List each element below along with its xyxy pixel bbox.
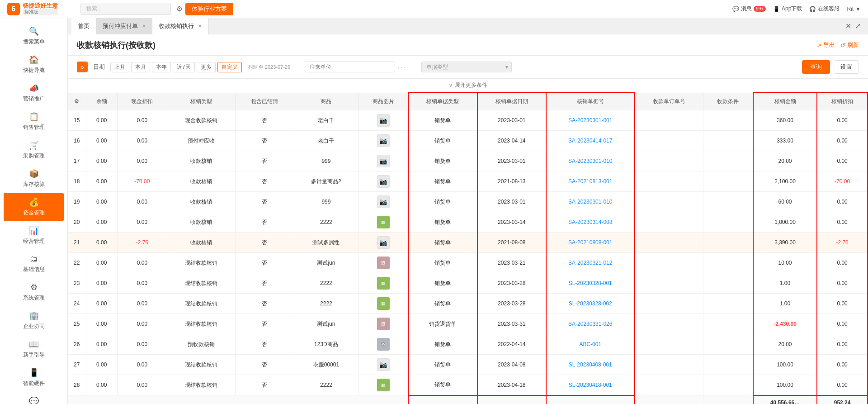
cell-doc-no[interactable]: SL-20230418-001 — [546, 375, 634, 395]
sidebar-label-operations: 经营管理 — [23, 238, 45, 245]
tab-receipt[interactable]: 收款核销执行 × — [152, 18, 208, 34]
export-button[interactable]: ↗ 导出 — [816, 41, 835, 49]
date-btn-custom[interactable]: 自定义 — [217, 62, 242, 72]
date-btn-last-month[interactable]: 上月 — [110, 62, 129, 72]
device-icon: 📱 — [29, 368, 39, 378]
counterpart-dots: ··· — [398, 64, 407, 71]
sidebar-item-wechat[interactable]: 💬 企业微信 — [0, 392, 67, 404]
cell-receipt-order-no — [634, 110, 703, 131]
col-header-gear[interactable]: ⚙ — [68, 93, 86, 110]
cell-balance: 0.00 — [86, 273, 117, 294]
tab-receipt-close[interactable]: × — [198, 23, 202, 29]
settings-icon[interactable]: ⚙ — [176, 5, 183, 13]
cell-verify-amount: 333.00 — [753, 131, 817, 151]
online-service-action[interactable]: 🎧 在线客服 — [809, 5, 840, 13]
cell-row-no: 27 — [68, 355, 86, 375]
sidebar-item-system[interactable]: ⚙ 系统管理 — [0, 278, 67, 306]
sidebar-label-smart-hw: 智能硬件 — [23, 380, 45, 387]
cell-doc-no[interactable]: SA-20230314-008 — [546, 212, 634, 233]
cell-doc-no[interactable]: SL-20230328-002 — [546, 294, 634, 314]
tab-close-window-button[interactable]: ✕ — [845, 22, 851, 30]
cell-doc-no[interactable]: ABC-001 — [546, 334, 634, 355]
filter-settings-button[interactable]: 设置 — [834, 60, 859, 74]
filter-expand-button[interactable]: » — [77, 62, 88, 72]
message-action[interactable]: 💬 消息 99+ — [732, 5, 766, 13]
date-btn-last-7-days[interactable]: 近7天 — [173, 62, 195, 72]
cell-verify-amount: 360.00 — [753, 110, 817, 131]
gear-settings-icon[interactable]: ⚙ — [74, 98, 79, 105]
cell-doc-no[interactable]: SA-20210813-001 — [546, 171, 634, 192]
cell-doc-no[interactable]: SA-20230331-026 — [546, 314, 634, 334]
refresh-button[interactable]: ↺ 刷新 — [840, 41, 859, 49]
user-name-action[interactable]: Rit ▼ — [847, 6, 861, 12]
voucher-type-select[interactable]: 单据类型 — [421, 62, 512, 72]
doc-no-link[interactable]: SA-20230314-008 — [568, 219, 612, 225]
sidebar-item-enterprise[interactable]: 🏢 企业协同 — [0, 306, 67, 335]
cell-doc-no[interactable]: SA-20230321-012 — [546, 253, 634, 273]
sidebar-item-inventory[interactable]: 📦 库存核算 — [0, 164, 67, 193]
cell-doc-no[interactable]: SA-20230301-001 — [546, 110, 634, 131]
sidebar-item-basic-info[interactable]: 🗂 基础信息 — [0, 250, 67, 278]
doc-no-link[interactable]: SA-20230331-026 — [568, 321, 612, 327]
cell-product-img: 📷 — [358, 131, 408, 151]
page-content: 收款核销执行(按收款) ↗ 导出 ↺ 刷新 » 日期 上月 — [68, 34, 868, 404]
doc-no-link[interactable]: SA-20230301-010 — [568, 158, 612, 164]
cell-verify-amount: 100.00 — [753, 355, 817, 375]
sidebar-item-purchase[interactable]: 🛒 采购管理 — [0, 136, 67, 164]
date-btn-this-month[interactable]: 本月 — [131, 62, 150, 72]
tab-prepay-close[interactable]: × — [142, 23, 146, 29]
tab-prepay[interactable]: 预付冲应付单 × — [96, 18, 152, 34]
cell-doc-no[interactable]: SL-20230328-001 — [546, 273, 634, 294]
cell-verify-amount: -2,430.00 — [753, 314, 817, 334]
industry-solution-button[interactable]: 体验行业方案 — [185, 3, 233, 15]
cell-balance: 0.00 — [86, 314, 117, 334]
sidebar-item-operations[interactable]: 📊 经营管理 — [0, 221, 67, 250]
doc-no-link[interactable]: SA-20230321-012 — [568, 260, 612, 266]
cell-doc-no[interactable]: SA-20210808-001 — [546, 233, 634, 253]
cell-doc-type: 销货单 — [408, 131, 477, 151]
sidebar-label-finance: 资金管理 — [23, 209, 45, 217]
cart-icon: 🛒 — [29, 140, 39, 150]
cell-verify-amount: 1.00 — [753, 294, 817, 314]
doc-no-link[interactable]: SL-20230408-001 — [569, 361, 612, 368]
expand-more-button[interactable]: ∨ 展开更多条件 — [448, 81, 487, 89]
doc-no-link[interactable]: SL-20230328-002 — [569, 300, 612, 307]
sidebar-item-marketing[interactable]: 📣 营销推广 — [0, 79, 67, 107]
cell-verify-amount: 3,390.00 — [753, 233, 817, 253]
sidebar-item-smart-hw[interactable]: 📱 智能硬件 — [0, 363, 67, 392]
sidebar-item-sales[interactable]: 📋 销售管理 — [0, 107, 67, 136]
doc-no-link[interactable]: SA-20230301-010 — [568, 199, 612, 205]
date-btn-more[interactable]: 更多 — [197, 62, 216, 72]
doc-no-link[interactable]: SL-20230418-001 — [569, 382, 612, 388]
doc-no-link[interactable]: SL-20230328-001 — [569, 280, 612, 286]
doc-no-link[interactable]: SA-20210808-001 — [568, 239, 612, 246]
cell-doc-no[interactable]: SA-20230301-010 — [546, 151, 634, 171]
cell-verify-type: 收款核销 — [167, 212, 235, 233]
cell-doc-no[interactable]: SL-20230408-001 — [546, 355, 634, 375]
cell-verify-amount: 2,100.00 — [753, 171, 817, 192]
table-row: 27 0.00 0.00 现结收款核销 否 衣服00001 📷 销货单 2023… — [68, 355, 868, 375]
doc-no-link[interactable]: SA-20230301-001 — [568, 117, 612, 124]
doc-no-link[interactable]: SA-20230414-017 — [568, 138, 612, 144]
tab-maximize-button[interactable]: ⤢ — [855, 22, 861, 30]
sidebar-item-quick-nav[interactable]: 🏠 快捷导航 — [0, 50, 67, 79]
cell-receipt-order-no — [634, 192, 703, 212]
col-header-verify-type: 核销类型 — [167, 93, 235, 110]
doc-no-link[interactable]: SA-20210813-001 — [568, 178, 612, 185]
sidebar-item-finance[interactable]: 💰 资金管理 — [4, 193, 64, 221]
cell-verify-discount: 0.00 — [817, 212, 868, 233]
query-button[interactable]: 查询 — [802, 60, 830, 74]
app-download-action[interactable]: 📱 App下载 — [773, 5, 802, 13]
tab-home[interactable]: 首页 — [71, 18, 96, 34]
counterpart-input[interactable] — [305, 62, 395, 72]
doc-no-link[interactable]: ABC-001 — [579, 341, 601, 347]
cell-doc-no[interactable]: SA-20230301-010 — [546, 192, 634, 212]
sidebar-item-guide[interactable]: 📖 新手引导 — [0, 335, 67, 363]
cell-verify-discount: 0.00 — [817, 355, 868, 375]
cell-include-settled: 否 — [235, 212, 294, 233]
sidebar-item-search[interactable]: 🔍 搜索菜单 — [0, 22, 67, 50]
cell-doc-no[interactable]: SA-20230414-017 — [546, 131, 634, 151]
col-header-doc-no: 核销单据号 — [546, 93, 634, 110]
online-service-label: 在线客服 — [818, 5, 840, 13]
date-btn-this-year[interactable]: 本年 — [152, 62, 171, 72]
